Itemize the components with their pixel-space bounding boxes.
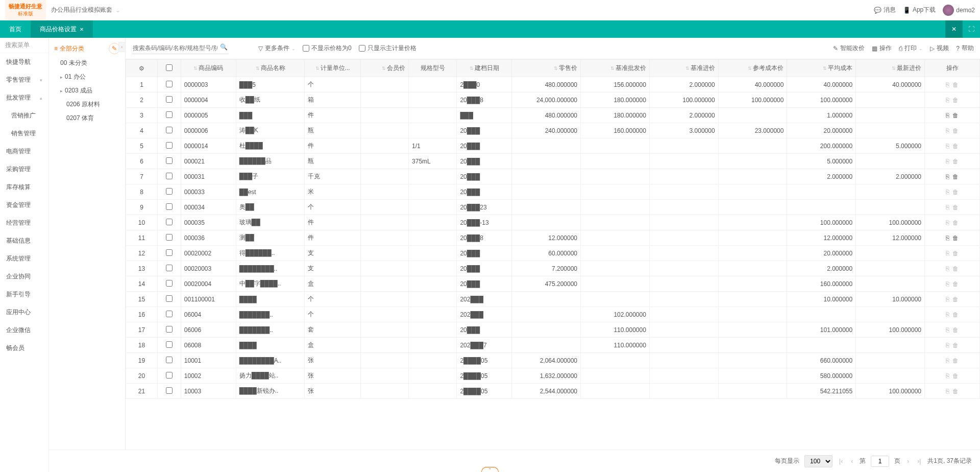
delete-icon[interactable]: 🗑	[952, 143, 959, 150]
delete-icon[interactable]: 🗑	[952, 204, 959, 211]
sidebar-item[interactable]: 零售管理▾	[0, 71, 48, 89]
delete-icon[interactable]: 🗑	[952, 81, 959, 88]
video-button[interactable]: ▷视频	[930, 44, 949, 53]
delete-icon[interactable]: 🗑	[952, 388, 959, 395]
row-checkbox[interactable]	[166, 326, 173, 333]
col-date[interactable]: ⇅建档日期	[457, 60, 512, 77]
copy-icon[interactable]: ⎘	[946, 296, 949, 303]
pager-first[interactable]: |‹	[838, 458, 844, 465]
copy-icon[interactable]: ⎘	[946, 388, 949, 395]
delete-icon[interactable]: 🗑	[952, 372, 959, 380]
copy-icon[interactable]: ⎘	[946, 219, 949, 226]
only-main-checkbox[interactable]: 只显示主计量价格	[359, 44, 416, 53]
sidebar-item[interactable]: 资金管理	[0, 196, 48, 214]
sidebar-item[interactable]: 销售管理	[0, 125, 48, 143]
copy-icon[interactable]: ⎘	[946, 265, 949, 272]
close-icon[interactable]: ✕	[80, 27, 84, 32]
delete-icon[interactable]: 🗑	[952, 219, 959, 226]
delete-icon[interactable]: 🗑	[952, 342, 959, 349]
row-checkbox[interactable]	[166, 280, 173, 287]
tree-node[interactable]: 0206 原材料	[51, 98, 123, 111]
delete-icon[interactable]: 🗑	[952, 127, 959, 134]
row-checkbox[interactable]	[166, 111, 173, 118]
copy-icon[interactable]: ⎘	[946, 158, 949, 165]
tab-price-settings[interactable]: 商品价格设置 ✕	[31, 20, 93, 38]
row-checkbox[interactable]	[166, 81, 173, 87]
user-menu[interactable]: demo2	[943, 5, 975, 16]
col-unit[interactable]: ⇅计量单位...	[305, 60, 360, 77]
more-filter-button[interactable]: ▽ 更多条件 ⌄	[258, 44, 296, 53]
cell-check[interactable]	[158, 307, 181, 322]
close-all-tabs-button[interactable]: ✕	[945, 20, 963, 38]
delete-icon[interactable]: 🗑	[952, 234, 959, 242]
menu-search[interactable]: 搜索菜单	[0, 38, 48, 53]
cell-check[interactable]	[158, 322, 181, 338]
tree-node[interactable]: ▸0203 成品	[51, 84, 123, 98]
col-avgcost[interactable]: ⇅平均成本	[787, 60, 856, 77]
cell-check[interactable]	[158, 123, 181, 138]
delete-icon[interactable]: 🗑	[952, 158, 959, 165]
cell-check[interactable]	[158, 184, 181, 200]
sidebar-item[interactable]: 营销推广	[0, 107, 48, 125]
delete-icon[interactable]: 🗑	[952, 296, 959, 303]
delete-icon[interactable]: 🗑	[952, 265, 959, 272]
sidebar-item[interactable]: 经营管理	[0, 214, 48, 232]
org-dropdown[interactable]: 办公用品行业模拟账套 ⌄	[51, 6, 120, 14]
copy-icon[interactable]: ⎘	[946, 127, 949, 134]
cell-check[interactable]	[158, 138, 181, 154]
copy-icon[interactable]: ⎘	[946, 81, 949, 88]
copy-icon[interactable]: ⎘	[946, 280, 949, 288]
sidebar-item[interactable]: 企业协同	[0, 268, 48, 286]
delete-icon[interactable]: 🗑	[952, 250, 959, 257]
tree-node[interactable]: ▸01 办公	[51, 70, 123, 84]
sidebar-item[interactable]: 畅会员	[0, 339, 48, 357]
messages-button[interactable]: 💬 消息	[874, 6, 896, 14]
row-checkbox[interactable]	[166, 203, 173, 210]
delete-icon[interactable]: 🗑	[952, 188, 959, 196]
pager-perpage-select[interactable]: 100	[804, 455, 832, 467]
select-all-checkbox[interactable]	[166, 64, 173, 71]
col-retail[interactable]: ⇅零售价	[512, 60, 581, 77]
sidebar-item[interactable]: 批发管理▴	[0, 89, 48, 107]
cell-check[interactable]	[158, 292, 181, 307]
sidebar-item[interactable]: 采购管理	[0, 160, 48, 178]
app-download-button[interactable]: 📱 App下载	[903, 6, 936, 14]
row-checkbox[interactable]	[166, 341, 173, 348]
operations-button[interactable]: ▦操作	[872, 44, 892, 53]
copy-icon[interactable]: ⎘	[946, 188, 949, 196]
copy-icon[interactable]: ⎘	[946, 173, 949, 180]
sidebar-item[interactable]: 基础信息	[0, 232, 48, 250]
tree-node[interactable]: 0207 体育	[51, 111, 123, 125]
copy-icon[interactable]: ⎘	[946, 326, 949, 334]
tab-home[interactable]: 首页	[0, 20, 31, 38]
row-checkbox[interactable]	[166, 357, 173, 363]
row-checkbox[interactable]	[166, 265, 173, 271]
collapse-tree-button[interactable]: ‹	[118, 42, 126, 52]
row-checkbox[interactable]	[166, 173, 173, 179]
col-code[interactable]: ⇅商品编码	[181, 60, 236, 77]
cell-check[interactable]	[158, 368, 181, 384]
delete-icon[interactable]: 🗑	[952, 173, 959, 180]
copy-icon[interactable]: ⎘	[946, 311, 949, 318]
pager-page-input[interactable]	[871, 456, 889, 467]
col-settings[interactable]: ⚙	[126, 60, 158, 77]
cell-check[interactable]	[158, 92, 181, 108]
copy-icon[interactable]: ⎘	[946, 143, 949, 150]
copy-icon[interactable]: ⎘	[946, 97, 949, 104]
copy-icon[interactable]: ⎘	[946, 357, 949, 364]
cell-check[interactable]	[158, 169, 181, 184]
sidebar-item[interactable]: 应用中心	[0, 303, 48, 321]
sidebar-item[interactable]: 库存核算	[0, 178, 48, 196]
pager-last[interactable]: ›|	[916, 458, 922, 465]
row-checkbox[interactable]	[166, 295, 173, 302]
cell-check[interactable]	[158, 261, 181, 276]
col-purchase[interactable]: ⇅基准进价	[649, 60, 718, 77]
cell-check[interactable]	[158, 200, 181, 215]
help-button[interactable]: ?帮助	[956, 44, 974, 53]
copy-icon[interactable]: ⎘	[946, 234, 949, 242]
row-checkbox[interactable]	[166, 96, 173, 103]
pager-prev[interactable]: ‹	[849, 458, 854, 465]
hide-zero-checkbox[interactable]: 不显示价格为0	[303, 44, 352, 53]
tree-node[interactable]: 00 未分类	[51, 56, 123, 70]
hide-zero-input[interactable]	[303, 45, 309, 52]
